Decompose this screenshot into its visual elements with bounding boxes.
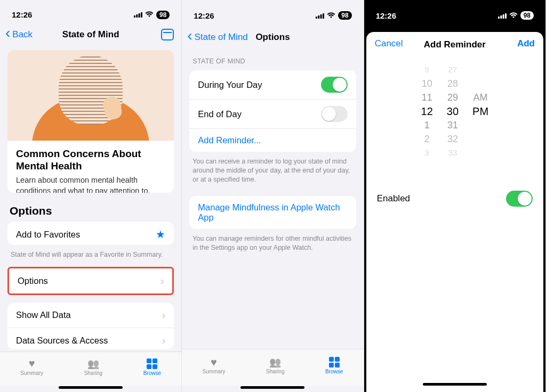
watch-list: Manage Mindfulness in Apple Watch App <box>189 196 356 229</box>
signal-icon <box>134 12 142 18</box>
tab-bar: Summary Sharing Browse <box>0 352 181 386</box>
svg-rect-6 <box>320 14 322 19</box>
people-icon <box>87 358 100 369</box>
battery-level: 98 <box>156 11 170 19</box>
back-button[interactable]: Back <box>5 29 33 40</box>
during-your-day-toggle[interactable] <box>321 77 348 93</box>
time-picker[interactable]: 9 10 11 12 1 2 3 27 28 29 30 31 32 33 AM <box>366 58 543 169</box>
chevron-right-icon: › <box>162 309 166 321</box>
screen-options: 12:26 98 State of Mind Options State of … <box>182 0 364 392</box>
picker-ampm[interactable]: AM PM <box>472 64 488 159</box>
options-row-highlighted: Options › <box>7 267 174 295</box>
illustration <box>7 50 174 141</box>
chevron-right-icon: › <box>162 334 166 347</box>
tab-summary[interactable]: Summary <box>20 358 43 376</box>
home-indicator <box>423 383 487 386</box>
signal-icon <box>316 13 324 19</box>
wifi-icon <box>509 11 518 20</box>
cancel-button[interactable]: Cancel <box>375 38 403 49</box>
enabled-row[interactable]: Enabled <box>366 182 543 215</box>
svg-rect-11 <box>505 13 507 19</box>
sheet-title: Add Reminder <box>424 39 486 50</box>
status-bar: 12:26 98 <box>0 0 181 24</box>
favorites-list: Add to Favorites ★ <box>7 222 174 245</box>
add-to-favorites-row[interactable]: Add to Favorites ★ <box>7 222 174 245</box>
nav-bar: State of Mind Options <box>182 26 363 49</box>
picker-hours[interactable]: 9 10 11 12 1 2 3 <box>421 64 433 159</box>
card-title: Common Concerns About Mental Health <box>16 148 165 173</box>
enabled-toggle[interactable] <box>506 191 533 207</box>
manage-watch-row[interactable]: Manage Mindfulness in Apple Watch App <box>189 196 356 229</box>
data-sources-row[interactable]: Data Sources & Access › <box>7 328 174 349</box>
calendar-button[interactable] <box>161 29 174 40</box>
during-your-day-row[interactable]: During Your Day <box>189 70 356 99</box>
status-time: 12:26 <box>194 11 214 20</box>
wifi-icon <box>327 11 335 20</box>
svg-rect-0 <box>134 15 135 18</box>
svg-rect-3 <box>141 12 142 18</box>
picker-minutes[interactable]: 27 28 29 30 31 32 33 <box>447 64 459 159</box>
add-button[interactable]: Add <box>517 38 535 49</box>
home-indicator <box>59 386 123 389</box>
svg-rect-8 <box>498 17 500 19</box>
grid-icon <box>328 357 341 368</box>
reminder-note: You can receive a reminder to log your s… <box>182 154 363 184</box>
add-reminder-row[interactable]: Add Reminder... <box>189 128 356 152</box>
status-time: 12:26 <box>12 10 32 19</box>
status-time: 12:26 <box>376 11 396 20</box>
reminders-list: During Your Day End of Day Add Reminder.… <box>189 70 356 152</box>
page-title: Options <box>255 32 290 43</box>
wifi-icon <box>145 10 154 19</box>
card-subtitle: Learn about common mental health conditi… <box>16 175 165 193</box>
show-all-data-row[interactable]: Show All Data › <box>7 303 174 328</box>
heart-icon <box>26 358 38 369</box>
svg-rect-9 <box>500 15 502 19</box>
end-of-day-toggle[interactable] <box>321 106 348 122</box>
watch-note: You can manage reminders for other mindf… <box>182 231 363 252</box>
status-bar: 12:26 98 <box>364 0 545 26</box>
add-reminder-sheet: Cancel Add Reminder Add 9 10 11 12 1 2 3… <box>366 32 543 392</box>
nav-bar: Back State of Mind <box>0 24 181 46</box>
options-row[interactable]: Options › <box>9 268 172 293</box>
sheet-nav: Cancel Add Reminder Add <box>366 32 543 58</box>
chevron-right-icon: › <box>160 275 164 287</box>
star-icon: ★ <box>156 228 165 241</box>
signal-icon <box>498 13 507 19</box>
svg-rect-2 <box>139 13 140 18</box>
status-bar: 12:26 98 <box>182 0 363 26</box>
screen-state-of-mind: 12:26 98 Back State of Mind Common Conc <box>0 0 182 392</box>
grid-icon <box>146 358 158 369</box>
svg-rect-10 <box>502 14 504 19</box>
svg-rect-7 <box>323 13 324 19</box>
options-header: Options <box>0 197 181 219</box>
tab-browse[interactable]: Browse <box>325 357 343 374</box>
chevron-left-icon <box>187 31 193 43</box>
svg-rect-1 <box>136 14 138 18</box>
tab-browse[interactable]: Browse <box>143 358 161 376</box>
people-icon <box>269 357 282 368</box>
battery-level: 98 <box>338 11 351 20</box>
screen-add-reminder: 12:26 98 Cancel Add Reminder Add 9 10 11… <box>364 0 546 392</box>
page-title: State of Mind <box>62 29 119 40</box>
home-indicator <box>240 386 304 389</box>
favorites-note: State of Mind will appear as a Favorite … <box>0 247 181 259</box>
tab-sharing[interactable]: Sharing <box>84 358 102 376</box>
article-card[interactable]: Common Concerns About Mental Health Lear… <box>7 50 174 193</box>
heart-icon <box>207 357 220 368</box>
tab-summary[interactable]: Summary <box>203 357 226 374</box>
group-header-state-of-mind: State of Mind <box>182 49 363 68</box>
svg-rect-4 <box>316 17 317 19</box>
end-of-day-row[interactable]: End of Day <box>189 99 356 128</box>
tab-sharing[interactable]: Sharing <box>266 357 284 374</box>
svg-rect-5 <box>318 15 320 19</box>
back-button[interactable]: State of Mind <box>187 31 248 43</box>
tab-bar: Summary Sharing Browse <box>182 349 363 386</box>
data-list: Show All Data › Data Sources & Access › <box>7 303 174 349</box>
battery-level: 98 <box>520 11 534 20</box>
calendar-icon <box>161 29 174 40</box>
chevron-left-icon <box>5 29 11 40</box>
